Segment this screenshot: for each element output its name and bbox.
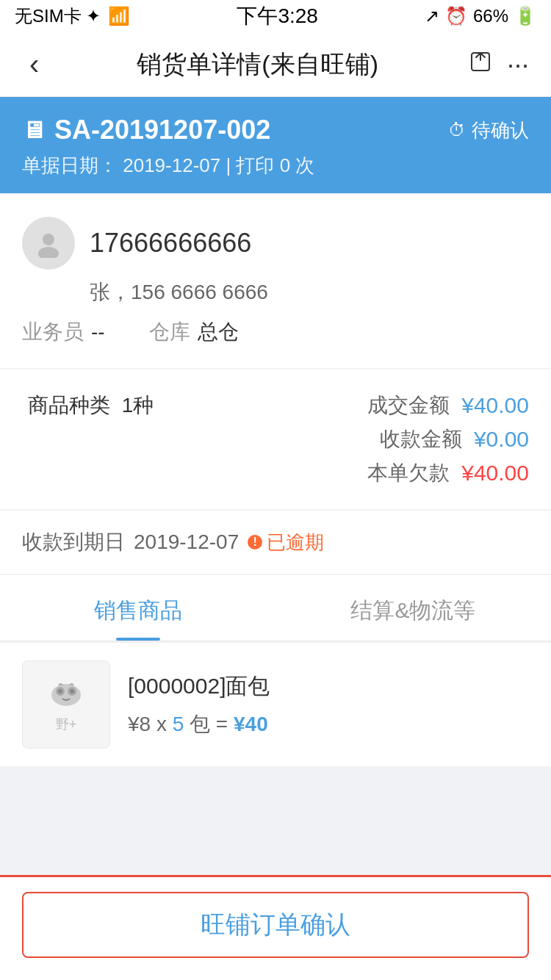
salesperson-value: -- bbox=[91, 320, 105, 344]
product-total: ¥40 bbox=[234, 713, 268, 735]
customer-section: 17666666666 张，156 6666 6666 业务员 -- 仓库 总仓 bbox=[0, 195, 551, 368]
summary-right: 成交金额 ¥40.00 收款金额 ¥0.00 本单欠款 ¥40.00 bbox=[367, 392, 529, 487]
svg-point-6 bbox=[58, 689, 62, 693]
location-icon: ↗ bbox=[425, 6, 439, 26]
customer-phone: 17666666666 bbox=[90, 228, 251, 259]
deal-amount-value: ¥40.00 bbox=[461, 393, 529, 418]
wifi-icon: 📶 bbox=[108, 6, 130, 26]
svg-point-3 bbox=[51, 684, 81, 706]
carrier-text: 无SIM卡 ✦ bbox=[15, 4, 101, 28]
product-unit: 包 bbox=[190, 713, 210, 735]
more-button[interactable]: ··· bbox=[507, 49, 529, 80]
avatar bbox=[22, 217, 75, 270]
deal-amount-label: 成交金额 bbox=[367, 392, 450, 419]
overdue-text: 已逾期 bbox=[267, 530, 324, 555]
order-id-text: SA-20191207-002 bbox=[54, 115, 270, 145]
nav-bar: ‹ 销货单详情(来自旺铺) ··· bbox=[0, 32, 551, 97]
product-types-item: 商品种类 1种 bbox=[22, 392, 154, 419]
order-id: 🖥 SA-20191207-002 bbox=[22, 115, 270, 145]
tabs-row: 销售商品 结算&物流等 bbox=[0, 575, 551, 641]
tab-settlement-label: 结算&物流等 bbox=[350, 598, 475, 622]
summary-section: 商品种类 1种 成交金额 ¥40.00 收款金额 ¥0.00 本单欠款 ¥40.… bbox=[0, 370, 551, 509]
customer-meta: 业务员 -- 仓库 总仓 bbox=[22, 318, 529, 346]
alarm-icon: ⏰ bbox=[445, 6, 467, 26]
product-thumb-icon bbox=[48, 677, 84, 713]
battery-icon: 🔋 bbox=[514, 6, 536, 26]
svg-point-2 bbox=[38, 247, 59, 258]
received-amount-row: 收款金额 ¥0.00 bbox=[380, 425, 529, 453]
tab-products[interactable]: 销售商品 bbox=[0, 575, 276, 641]
product-types-value: 1种 bbox=[122, 394, 154, 417]
product-info: [0000002]面包 ¥8 x 5 包 = ¥40 bbox=[128, 671, 529, 738]
salesperson-label: 业务员 bbox=[22, 318, 84, 346]
share-button[interactable] bbox=[469, 49, 492, 80]
order-header-card: 🖥 SA-20191207-002 ⏱ 待确认 单据日期： 2019-12-07… bbox=[0, 97, 551, 193]
confirm-order-button[interactable]: 旺铺订单确认 bbox=[22, 892, 529, 958]
status-right: ↗ ⏰ 66% 🔋 bbox=[425, 6, 536, 26]
owed-value: ¥40.00 bbox=[461, 461, 529, 486]
owed-amount-row: 本单欠款 ¥40.00 bbox=[367, 459, 529, 487]
product-types-label: 商品种类 bbox=[28, 394, 110, 417]
overdue-dot-icon: ! bbox=[248, 535, 262, 550]
salesperson-item: 业务员 -- bbox=[22, 318, 105, 346]
due-date-label: 收款到期日 bbox=[22, 528, 125, 556]
due-date-section: 收款到期日 2019-12-07 ! 已逾期 bbox=[0, 511, 551, 574]
brand-label: 野+ bbox=[56, 716, 77, 733]
received-value: ¥0.00 bbox=[474, 427, 529, 452]
status-clock-icon: ⏱ bbox=[448, 120, 466, 140]
product-price-row: ¥8 x 5 包 = ¥40 bbox=[128, 710, 529, 738]
svg-point-7 bbox=[70, 689, 74, 693]
warehouse-item: 仓库 总仓 bbox=[149, 318, 239, 346]
product-equals: = bbox=[216, 713, 234, 735]
warehouse-value: 总仓 bbox=[198, 318, 239, 346]
product-list: 野+ [0000002]面包 ¥8 x 5 包 = ¥40 bbox=[0, 643, 551, 766]
due-date-value: 2019-12-07 bbox=[134, 530, 239, 554]
product-multiply: x bbox=[156, 713, 173, 735]
customer-name: 张，156 6666 6666 bbox=[22, 278, 529, 306]
overdue-badge: ! 已逾期 bbox=[248, 530, 324, 555]
svg-point-1 bbox=[43, 234, 54, 245]
order-id-icon: 🖥 bbox=[22, 117, 46, 144]
received-label: 收款金额 bbox=[380, 425, 462, 453]
product-thumbnail: 野+ bbox=[22, 660, 110, 749]
battery-text: 66% bbox=[473, 6, 508, 26]
tabs-section: 销售商品 结算&物流等 bbox=[0, 575, 551, 641]
status-carrier: 无SIM卡 ✦ 📶 bbox=[15, 4, 130, 28]
tab-products-label: 销售商品 bbox=[94, 598, 182, 622]
back-button[interactable]: ‹ bbox=[22, 40, 46, 88]
warehouse-label: 仓库 bbox=[149, 318, 190, 346]
tab-settlement[interactable]: 结算&物流等 bbox=[276, 575, 551, 641]
product-price: ¥8 bbox=[128, 713, 151, 735]
product-qty: 5 bbox=[173, 713, 184, 735]
product-code: [0000002] bbox=[128, 674, 226, 698]
status-bar: 无SIM卡 ✦ 📶 下午3:28 ↗ ⏰ 66% 🔋 bbox=[0, 0, 551, 32]
nav-actions: ··· bbox=[469, 49, 529, 80]
order-status-badge: ⏱ 待确认 bbox=[448, 118, 529, 143]
product-name: [0000002]面包 bbox=[128, 671, 529, 702]
owed-label: 本单欠款 bbox=[367, 459, 450, 487]
deal-amount-row: 成交金额 ¥40.00 bbox=[367, 392, 529, 419]
bottom-bar: 旺铺订单确认 bbox=[0, 875, 551, 980]
table-row: 野+ [0000002]面包 ¥8 x 5 包 = ¥40 bbox=[22, 660, 529, 749]
order-status-text: 待确认 bbox=[472, 118, 529, 143]
status-time: 下午3:28 bbox=[237, 2, 318, 30]
customer-top: 17666666666 bbox=[22, 217, 529, 270]
summary-left: 商品种类 1种 bbox=[22, 392, 154, 424]
page-title: 销货单详情(来自旺铺) bbox=[137, 48, 378, 82]
order-meta: 单据日期： 2019-12-07 | 打印 0 次 bbox=[22, 153, 529, 179]
product-name-text: 面包 bbox=[226, 674, 270, 698]
